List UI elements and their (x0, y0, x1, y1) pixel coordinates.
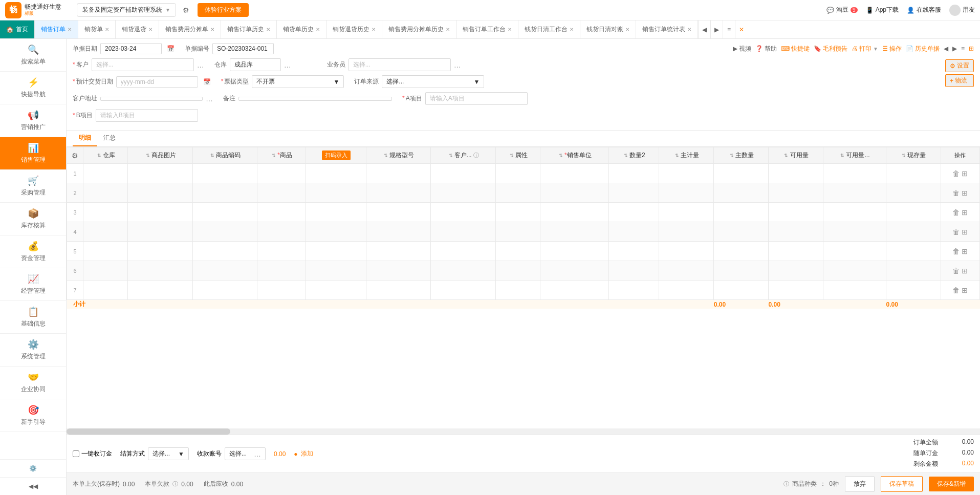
row-customer[interactable] (431, 281, 495, 300)
copy-row-icon[interactable]: ⊞ (962, 286, 968, 294)
row-main-unit[interactable] (659, 261, 714, 281)
tab-sales-order-history[interactable]: 销售订单历史 ✕ (221, 20, 277, 39)
row-unit[interactable] (540, 281, 609, 300)
date-input[interactable]: 2023-03-24 (100, 43, 162, 54)
note-input[interactable] (238, 97, 392, 101)
row-attr[interactable] (495, 164, 540, 183)
row-main-qty[interactable] (714, 242, 769, 261)
sidebar-item-finance[interactable]: 💰 资金管理 (0, 235, 66, 268)
row-qty2[interactable] (609, 242, 659, 261)
close-icon[interactable]: ✕ (372, 27, 376, 32)
row-main-unit[interactable] (659, 203, 714, 222)
row-product[interactable] (257, 222, 306, 242)
user-btn[interactable]: 用友 (949, 5, 975, 16)
tab-daily-workbench[interactable]: 钱货日清工作台 ✕ (518, 20, 580, 39)
tab-prev-btn[interactable]: ◀ (698, 20, 710, 39)
industry-btn[interactable]: 体验行业方案 (198, 3, 249, 17)
sidebar-settings-btn[interactable]: ⚙️ (0, 459, 66, 477)
action-btn[interactable]: ☰ 操作 (882, 45, 902, 53)
row-warehouse[interactable] (83, 281, 128, 300)
row-qty2[interactable] (609, 222, 659, 242)
tab-daily-reconcile[interactable]: 钱货日清对账 ✕ (580, 20, 636, 39)
row-spec[interactable] (366, 183, 431, 203)
tab-sales-invoice[interactable]: 销货单 ✕ (78, 20, 116, 39)
row-spec[interactable] (366, 261, 431, 281)
row-attr[interactable] (495, 183, 540, 203)
close-icon[interactable]: ✕ (148, 27, 153, 32)
delete-row-icon[interactable]: 🗑 (952, 169, 960, 178)
row-code[interactable] (192, 203, 257, 222)
row-warehouse[interactable] (83, 222, 128, 242)
delete-row-icon[interactable]: 🗑 (952, 208, 960, 217)
close-icon[interactable]: ✕ (68, 27, 72, 32)
delete-row-icon[interactable]: 🗑 (952, 286, 960, 294)
a-project-input[interactable]: 请输入A项目 (425, 92, 528, 105)
address-more-btn[interactable]: … (206, 95, 213, 103)
payment-select[interactable]: 选择... ▼ (148, 447, 189, 460)
tab-invoice-history[interactable]: 销货单历史 ✕ (277, 20, 326, 39)
tab-close-all-btn[interactable]: ✕ (735, 20, 747, 39)
sidebar-item-guide[interactable]: 🎯 新手引导 (0, 399, 66, 432)
row-main-qty[interactable] (714, 183, 769, 203)
delivery-calendar-icon[interactable]: 📅 (203, 78, 211, 85)
row-main-unit[interactable] (659, 242, 714, 261)
row-customer[interactable] (431, 164, 495, 183)
warehouse-more-btn[interactable]: … (284, 61, 291, 69)
row-qty2[interactable] (609, 261, 659, 281)
tab-home[interactable]: 🏠 首页 (0, 20, 35, 39)
tab-return-history[interactable]: 销货退货历史 ✕ (326, 20, 382, 39)
gear-icon[interactable]: ⚙ (72, 152, 78, 160)
copy-row-icon[interactable]: ⊞ (962, 247, 968, 255)
side-add-btn[interactable]: + 物流 (945, 74, 974, 87)
row-code[interactable] (192, 261, 257, 281)
invoice-type-select[interactable]: 不开票 ▼ (252, 75, 344, 88)
tab-expense-history[interactable]: 销售费用分摊单历史 ✕ (382, 20, 456, 39)
add-btn[interactable]: 添加 (301, 449, 313, 458)
online-service-btn[interactable]: 👤 在线客服 (907, 6, 941, 14)
row-code[interactable] (192, 164, 257, 183)
list-view-btn[interactable]: ≡ (961, 45, 965, 52)
row-attr[interactable] (495, 281, 540, 300)
video-btn[interactable]: ▶ 视频 (733, 45, 751, 53)
close-icon[interactable]: ✕ (625, 27, 629, 32)
row-code[interactable] (192, 222, 257, 242)
row-unit[interactable] (540, 203, 609, 222)
row-attr[interactable] (495, 242, 540, 261)
delete-row-icon[interactable]: 🗑 (952, 267, 960, 275)
col-gear-header[interactable]: ⚙ (67, 147, 83, 164)
history-btn[interactable]: 📄 历史单据 (906, 45, 940, 53)
message-btn[interactable]: 💬 淘豆 9 (826, 6, 858, 14)
help-btn[interactable]: ❓ 帮助 (755, 45, 777, 53)
tab-sales-expense[interactable]: 销售费用分摊单 ✕ (159, 20, 221, 39)
row-spec[interactable] (366, 203, 431, 222)
close-icon[interactable]: ✕ (316, 27, 320, 32)
save-draft-btn[interactable]: 保存草稿 (881, 476, 923, 492)
sidebar-item-enterprise[interactable]: 🤝 企业协同 (0, 367, 66, 399)
expand-btn[interactable]: ⊞ (969, 45, 974, 52)
row-unit[interactable] (540, 183, 609, 203)
copy-row-icon[interactable]: ⊞ (962, 267, 968, 275)
sidebar-item-search[interactable]: 🔍 搜索菜单 (0, 39, 66, 72)
row-customer[interactable] (431, 183, 495, 203)
customer-address-input[interactable] (100, 97, 203, 101)
print-btn[interactable]: 🖨 打印 ▼ (852, 45, 878, 53)
row-attr[interactable] (495, 261, 540, 281)
row-spec[interactable] (366, 242, 431, 261)
sidebar-item-sales[interactable]: 📊 销售管理 (0, 137, 66, 170)
row-qty2[interactable] (609, 164, 659, 183)
row-unit[interactable] (540, 164, 609, 183)
row-main-unit[interactable] (659, 281, 714, 300)
settings-gear-icon[interactable]: ⚙ (179, 3, 193, 17)
close-icon[interactable]: ✕ (446, 27, 450, 32)
account-more-btn[interactable]: … (254, 450, 261, 458)
row-spec[interactable] (366, 222, 431, 242)
customer-more-btn[interactable]: … (197, 61, 204, 69)
scan-input-btn[interactable]: 扫码录入 (322, 150, 351, 160)
close-icon[interactable]: ✕ (570, 27, 574, 32)
row-unit[interactable] (540, 222, 609, 242)
sidebar-item-inventory[interactable]: 📦 库存核算 (0, 203, 66, 235)
row-spec[interactable] (366, 281, 431, 300)
close-icon[interactable]: ✕ (105, 27, 109, 32)
order-source-select[interactable]: 选择... ▼ (382, 75, 484, 88)
row-spec[interactable] (366, 164, 431, 183)
